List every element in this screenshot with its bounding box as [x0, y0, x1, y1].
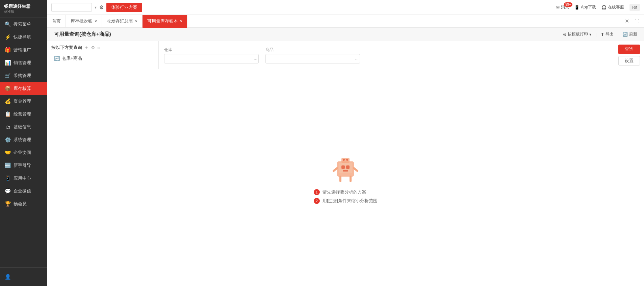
sidebar-item-shortcut[interactable]: ⚡ 快捷导航: [0, 31, 47, 44]
scheme-label: 按以下方案查询: [51, 45, 82, 51]
clipboard-icon: 📋: [5, 111, 11, 117]
goods-dots-button[interactable]: ···: [355, 56, 359, 61]
empty-illustration: [329, 151, 362, 185]
sidebar-item-label: 系统管理: [14, 137, 31, 143]
tab-summary[interactable]: 收发存汇总表 ×: [102, 15, 143, 28]
svg-rect-1: [339, 163, 352, 173]
expand-button[interactable]: ⛶: [633, 18, 641, 25]
chevron-down-icon[interactable]: ▾: [95, 5, 97, 10]
divider: |: [595, 32, 596, 37]
refresh-button[interactable]: 🔄 刷新: [623, 31, 637, 37]
sidebar-item-label: 库存核算: [14, 85, 31, 92]
tab-available-label: 可用量库存账本: [147, 18, 178, 24]
tab-batch[interactable]: 库存批次账 ×: [66, 15, 102, 28]
warehouse-dots-button[interactable]: ···: [254, 56, 257, 61]
message-icon: ✉: [556, 5, 560, 10]
svg-rect-3: [346, 165, 350, 169]
sidebar-item-member[interactable]: 🏆 畅会员: [0, 198, 47, 210]
add-scheme-button[interactable]: ＋: [84, 45, 89, 51]
sidebar-scroll: 🔍 搜索菜单 ⚡ 快捷导航 🎁 营销推广 📊 销售管理 🛒 采购管理 📦 库存核…: [0, 18, 47, 267]
user-profile-button[interactable]: Rit: [629, 4, 640, 11]
tab-batch-close[interactable]: ×: [95, 19, 97, 24]
chart-icon: 📊: [5, 60, 11, 66]
online-service-button[interactable]: 🎧 在线客服: [601, 4, 624, 10]
sidebar-item-inventory[interactable]: 📦 库存核算: [0, 82, 47, 95]
print-button[interactable]: 🖨 按模板打印 ▾: [562, 31, 591, 37]
sidebar-item-enterprise[interactable]: 🤝 企业协同: [0, 146, 47, 159]
tab-available[interactable]: 可用量库存账本 ×: [143, 15, 187, 28]
sidebar-item-guide[interactable]: 🆕 新手引导: [0, 159, 47, 172]
filter-area: 按以下方案查询 ＋ ⚙ « 🔄 仓库+商品 仓库 ··· 商品: [47, 41, 644, 69]
print-label: 按模板打印: [568, 31, 588, 37]
headset-icon: 🎧: [601, 5, 607, 10]
sidebar-item-label: 搜索菜单: [14, 21, 31, 27]
tip-text-2: 用[过滤]条件来缩小分析范围: [323, 198, 378, 204]
sidebar-item-label: 应用中心: [14, 175, 31, 181]
divider2: |: [618, 32, 619, 37]
app-label: App下载: [581, 4, 596, 10]
collapse-scheme-button[interactable]: «: [97, 45, 100, 50]
sidebar-item-marketing[interactable]: 🎁 营销推广: [0, 44, 47, 56]
sidebar-item-wechat[interactable]: 💬 企业微信: [0, 185, 47, 198]
tip-number-1: 1: [314, 189, 320, 195]
scheme-item-warehouse-goods[interactable]: 🔄 仓库+商品: [51, 53, 154, 63]
sidebar-item-label: 新手引导: [14, 162, 31, 168]
refresh-label: 刷新: [629, 31, 637, 37]
print-chevron-icon: ▾: [589, 32, 591, 37]
sidebar-item-label: 基础信息: [14, 124, 31, 130]
tip-number-2: 2: [314, 198, 320, 204]
search-icon: 🔍: [5, 21, 11, 27]
trial-button[interactable]: 体验行业方案: [106, 3, 142, 12]
sidebar-item-apps[interactable]: 📱 应用中心: [0, 172, 47, 185]
cycle-icon: 🔄: [54, 56, 60, 61]
refresh-icon: 🔄: [623, 32, 628, 37]
tab-available-close[interactable]: ×: [180, 19, 182, 24]
sidebar-item-operations[interactable]: 📋 经营管理: [0, 108, 47, 121]
query-button[interactable]: 查询: [618, 45, 640, 54]
svg-line-5: [334, 168, 337, 171]
cart-icon: 🛒: [5, 73, 11, 79]
filter-fields: 仓库 ··· 商品 ···: [159, 41, 614, 69]
sidebar-item-purchase[interactable]: 🛒 采购管理: [0, 69, 47, 82]
message-button[interactable]: ✉ 消息 99+: [556, 4, 569, 10]
sidebar-item-label: 企业协同: [14, 150, 31, 156]
sidebar-item-user[interactable]: 👤: [0, 270, 47, 283]
sidebar-item-basic[interactable]: 🗂 基础信息: [0, 121, 47, 133]
sidebar-item-system[interactable]: ⚙️ 系统管理: [0, 133, 47, 146]
filter-settings-button[interactable]: 设置: [618, 56, 640, 66]
manage-scheme-button[interactable]: ⚙: [91, 45, 95, 50]
topbar-right: ✉ 消息 99+ 📱 App下载 🎧 在线客服 Rit: [556, 4, 640, 11]
settings-icon[interactable]: ⚙: [99, 4, 104, 10]
sidebar-item-label: 采购管理: [14, 73, 31, 79]
tab-home[interactable]: 首页: [47, 15, 66, 28]
page-title: 可用量查询(按仓库+商品): [54, 31, 111, 37]
export-button[interactable]: ⬆ 导出: [601, 31, 614, 37]
topbar: ▾ ⚙ 体验行业方案 ✉ 消息 99+ 📱 App下载 🎧 在线客服 Rit: [47, 0, 644, 15]
sidebar-item-search[interactable]: 🔍 搜索菜单: [0, 18, 47, 31]
svg-point-11: [346, 159, 348, 161]
sidebar-item-sales[interactable]: 📊 销售管理: [0, 56, 47, 69]
print-icon: 🖨: [562, 32, 566, 37]
sidebar-item-label: 资金管理: [14, 98, 31, 104]
scheme-header: 按以下方案查询 ＋ ⚙ «: [51, 45, 154, 51]
tab-summary-label: 收发存汇总表: [107, 18, 133, 24]
tab-summary-close[interactable]: ×: [135, 19, 137, 24]
close-window-button[interactable]: ✕: [623, 17, 631, 25]
search-input[interactable]: [51, 3, 92, 12]
goods-field-label: 商品: [265, 47, 360, 53]
svg-point-10: [343, 159, 345, 161]
new-icon: 🆕: [5, 162, 11, 168]
sidebar-item-finance[interactable]: 💰 资金管理: [0, 95, 47, 108]
empty-tips: 1 请先选择要分析的方案 2 用[过滤]条件来缩小分析范围: [314, 189, 378, 204]
gear-icon: ⚙️: [5, 137, 11, 143]
goods-input[interactable]: [265, 54, 360, 63]
export-label: 导出: [606, 31, 614, 37]
tab-batch-label: 库存批次账: [71, 18, 93, 24]
tab-home-label: 首页: [52, 18, 61, 24]
sidebar-item-label: 企业微信: [14, 188, 31, 194]
handshake-icon: 🤝: [5, 150, 11, 156]
gift-icon: 🎁: [5, 47, 11, 53]
chat-icon: 💬: [5, 188, 11, 194]
warehouse-input[interactable]: [164, 54, 259, 63]
app-download-button[interactable]: 📱 App下载: [574, 4, 596, 10]
